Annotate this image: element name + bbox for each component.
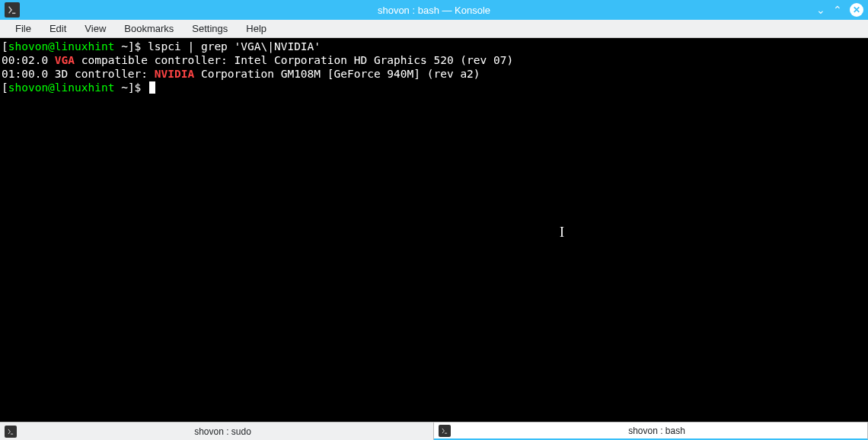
output-text: 00:02.0 [2,54,55,66]
menu-help[interactable]: Help [237,21,276,36]
text-cursor-icon: I [560,225,564,239]
terminal-icon [5,426,17,438]
app-icon [5,2,20,18]
minimize-button[interactable]: ⌄ [816,4,825,16]
menubar: File Edit View Bookmarks Settings Help [0,20,868,38]
output-text: Corporation GM108M [GeForce 940M] (rev a… [194,68,480,80]
window-controls: ⌄ ⌃ ✕ [816,3,863,17]
tab-1[interactable]: shovon : sudo [0,422,434,440]
grep-match: VGA [55,54,75,66]
output-text: compatible controller: Intel Corporation… [75,54,513,66]
maximize-button[interactable]: ⌃ [833,4,842,16]
menu-settings[interactable]: Settings [183,21,237,36]
output-text: 01:00.0 3D controller: [2,68,155,80]
terminal-line: [shovon@linuxhint ~]$ [2,81,866,94]
tab-label: shovon : sudo [17,426,429,437]
command-text: lspci | grep 'VGA\|NVIDIA' [148,40,321,53]
window-titlebar[interactable]: shovon : bash — Konsole ⌄ ⌃ ✕ [0,0,868,20]
terminal-line: 00:02.0 VGA compatible controller: Intel… [2,53,866,67]
terminal-view[interactable]: [shovon@linuxhint ~]$ lspci | grep 'VGA\… [0,38,868,422]
tab-bar: shovon : sudo shovon : bash [0,422,868,440]
window-title: shovon : bash — Konsole [378,5,490,16]
prompt-suffix: ~]$ [114,81,148,94]
terminal-line: 01:00.0 3D controller: NVIDIA Corporatio… [2,67,866,81]
prompt-suffix: ~]$ [114,40,148,53]
menu-edit[interactable]: Edit [40,21,75,36]
tab-2[interactable]: shovon : bash [434,422,868,440]
terminal-icon [439,425,451,437]
grep-match: NVIDIA [155,68,194,80]
prompt-bracket: [ [2,81,8,94]
terminal-line: [shovon@linuxhint ~]$ lspci | grep 'VGA\… [2,40,866,53]
menu-view[interactable]: View [75,21,115,36]
tab-label: shovon : bash [451,426,863,436]
menu-file[interactable]: File [6,21,40,36]
prompt-user-host: shovon@linuxhint [8,40,115,53]
menu-bookmarks[interactable]: Bookmarks [115,21,183,36]
close-button[interactable]: ✕ [850,3,863,17]
block-cursor [149,81,155,94]
prompt-bracket: [ [2,40,8,53]
prompt-user-host: shovon@linuxhint [8,81,115,94]
